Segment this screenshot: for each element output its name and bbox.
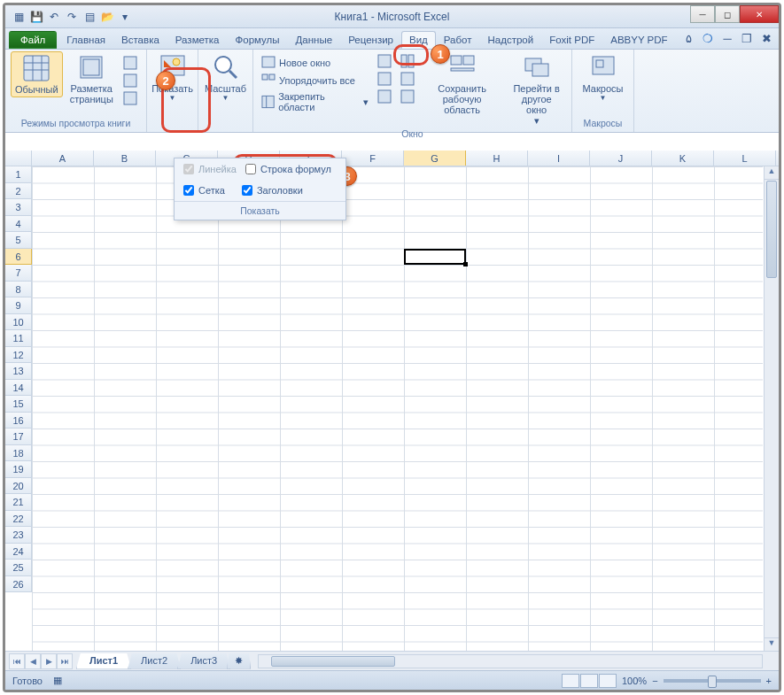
- sync-scroll-button[interactable]: [398, 71, 417, 87]
- tab-view[interactable]: Вид: [401, 31, 436, 49]
- tab-abbyy[interactable]: ABBYY PDF: [602, 31, 675, 49]
- col-header-selected[interactable]: G: [404, 151, 466, 166]
- formula-bar-checkbox[interactable]: Строка формул: [245, 164, 331, 174]
- sheet-tab[interactable]: Лист3: [177, 653, 230, 669]
- row-header[interactable]: 9: [5, 297, 32, 314]
- hscroll-thumb[interactable]: [271, 656, 395, 667]
- page-break-view-icon[interactable]: [599, 674, 617, 688]
- row-header[interactable]: 21: [5, 494, 32, 511]
- save-icon[interactable]: 💾: [28, 9, 44, 25]
- minimize-ribbon-icon[interactable]: ۵: [681, 31, 695, 45]
- sheet-nav-first[interactable]: ⏮: [9, 653, 25, 669]
- sheet-tab[interactable]: Лист1: [76, 653, 131, 669]
- row-header[interactable]: 25: [5, 560, 32, 576]
- page-layout-view-button[interactable]: Разметка страницы: [66, 51, 117, 106]
- row-header[interactable]: 3: [5, 199, 32, 216]
- minimize-button[interactable]: ─: [690, 5, 715, 23]
- row-header[interactable]: 24: [5, 544, 32, 560]
- tab-insert[interactable]: Вставка: [113, 31, 167, 49]
- row-header[interactable]: 6: [5, 249, 32, 266]
- view-side-by-side-button[interactable]: [398, 53, 417, 69]
- new-sheet-button[interactable]: ✸: [227, 653, 251, 669]
- row-header[interactable]: 16: [5, 413, 32, 429]
- row-header[interactable]: 20: [5, 478, 32, 495]
- horizontal-scrollbar[interactable]: [258, 654, 763, 668]
- row-header[interactable]: 13: [5, 363, 32, 380]
- row-header[interactable]: 18: [5, 445, 32, 462]
- vscroll-thumb[interactable]: [766, 181, 777, 278]
- unhide-button[interactable]: [375, 89, 394, 104]
- print-preview-icon[interactable]: ▤: [82, 9, 97, 25]
- col-header[interactable]: F: [342, 151, 404, 166]
- select-all-triangle[interactable]: [5, 151, 32, 166]
- custom-views-button[interactable]: [120, 73, 140, 89]
- new-window-button[interactable]: Новое окно: [259, 55, 371, 71]
- doc-close-icon[interactable]: ✖: [759, 31, 773, 45]
- zoom-in-button[interactable]: +: [766, 676, 772, 686]
- maximize-button[interactable]: ◻: [715, 5, 740, 23]
- freeze-panes-button[interactable]: Закрепить области ▾: [259, 90, 371, 113]
- row-header[interactable]: 11: [5, 330, 32, 347]
- row-header[interactable]: 8: [5, 282, 32, 298]
- zoom-percent[interactable]: 100%: [622, 676, 647, 686]
- sheet-nav-next[interactable]: ▶: [41, 653, 57, 669]
- row-header[interactable]: 22: [5, 511, 32, 528]
- row-header[interactable]: 12: [5, 347, 32, 364]
- tab-file[interactable]: Файл: [9, 31, 57, 49]
- row-header[interactable]: 7: [5, 265, 32, 282]
- switch-windows-button[interactable]: Перейти в другое окно ▾: [507, 51, 566, 128]
- page-break-preview-button[interactable]: [120, 55, 140, 71]
- row-header[interactable]: 2: [5, 183, 32, 200]
- vertical-scrollbar[interactable]: ▲ ▼: [764, 166, 779, 651]
- col-header[interactable]: A: [32, 151, 94, 166]
- macro-record-icon[interactable]: ▦: [53, 675, 62, 686]
- sheet-nav-last[interactable]: ⏭: [57, 653, 73, 669]
- col-header[interactable]: K: [652, 151, 714, 166]
- tab-addins[interactable]: Надстрой: [479, 31, 541, 49]
- scroll-up-arrow[interactable]: ▲: [765, 166, 779, 180]
- sheet-tab[interactable]: Лист2: [128, 653, 181, 669]
- zoom-button[interactable]: Масштаб ▼: [202, 51, 250, 104]
- cells-area[interactable]: [32, 166, 763, 651]
- tab-foxit[interactable]: Foxit PDF: [541, 31, 602, 49]
- zoom-out-button[interactable]: −: [652, 676, 657, 686]
- tab-review[interactable]: Рецензир: [340, 31, 401, 49]
- help-icon[interactable]: ❍: [701, 31, 715, 45]
- col-header[interactable]: I: [528, 151, 590, 166]
- col-header[interactable]: B: [94, 151, 156, 166]
- row-header[interactable]: 17: [5, 429, 32, 445]
- tab-home[interactable]: Главная: [58, 31, 113, 49]
- page-layout-view-icon[interactable]: [580, 674, 598, 688]
- doc-minimize-icon[interactable]: ─: [720, 31, 734, 45]
- redo-icon[interactable]: ↷: [64, 9, 80, 25]
- tab-formulas[interactable]: Формулы: [228, 31, 288, 49]
- row-header[interactable]: 26: [5, 576, 32, 593]
- selected-cell[interactable]: [404, 249, 466, 266]
- normal-view-button[interactable]: Обычный: [11, 51, 63, 97]
- headings-checkbox[interactable]: Заголовки: [242, 185, 303, 196]
- zoom-slider[interactable]: [664, 679, 761, 683]
- qat-dropdown-icon[interactable]: ▾: [117, 9, 133, 25]
- row-header[interactable]: 5: [5, 232, 32, 249]
- col-header[interactable]: J: [590, 151, 652, 166]
- tab-layout[interactable]: Разметка: [167, 31, 228, 49]
- split-button[interactable]: [375, 53, 394, 69]
- sheet-nav-prev[interactable]: ◀: [25, 653, 41, 669]
- row-header[interactable]: 10: [5, 314, 32, 331]
- tab-data[interactable]: Данные: [288, 31, 341, 49]
- open-icon[interactable]: 📂: [99, 9, 115, 25]
- row-header[interactable]: 15: [5, 396, 32, 413]
- row-header[interactable]: 1: [5, 166, 32, 183]
- doc-restore-icon[interactable]: ❐: [740, 31, 754, 45]
- reset-position-button[interactable]: [398, 89, 417, 104]
- col-header[interactable]: H: [466, 151, 528, 166]
- undo-icon[interactable]: ↶: [46, 9, 62, 25]
- arrange-all-button[interactable]: Упорядочить все: [259, 73, 371, 89]
- row-header[interactable]: 19: [5, 461, 32, 478]
- scroll-down-arrow[interactable]: ▼: [765, 637, 779, 651]
- normal-view-icon[interactable]: [562, 674, 579, 688]
- gridlines-checkbox[interactable]: Сетка: [183, 185, 225, 196]
- full-screen-button[interactable]: [120, 90, 140, 106]
- row-header[interactable]: 23: [5, 527, 32, 544]
- row-header[interactable]: 4: [5, 216, 32, 233]
